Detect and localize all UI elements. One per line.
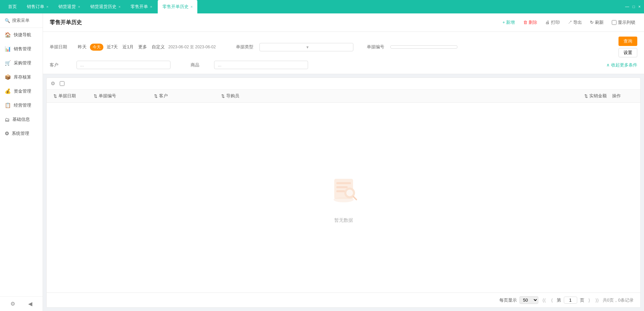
delete-button[interactable]: 🗑 删除	[521, 18, 540, 27]
first-page-button[interactable]: ⟨⟨	[541, 297, 547, 304]
tab-sales-order[interactable]: 销售订单 ×	[22, 0, 53, 13]
filter-row-2: 客户 ... 商品 ... ∧ 收起更多条件	[50, 61, 637, 69]
sidebar-item-business[interactable]: 📋 经营管理	[0, 98, 43, 112]
page-actions: + 新增 🗑 删除 🖨 打印 ↗ 导出 ↻ 刷新 显示列锁	[500, 18, 637, 27]
sort-guide-icon[interactable]: ⇅	[221, 94, 225, 99]
date-range-display: 2023-06-02 至 2023-06-02	[168, 44, 215, 50]
tab-home[interactable]: 首页	[3, 0, 21, 13]
display-cols-button[interactable]: 显示列锁	[610, 18, 637, 27]
sidebar-item-purchase-mgmt-label: 采购管理	[14, 60, 31, 66]
tab-retail-open-history[interactable]: 零售开单历史 ×	[158, 0, 197, 13]
th-op-label: 操作	[612, 93, 621, 99]
sort-date-icon[interactable]: ⇅	[53, 94, 57, 99]
sidebar-item-business-label: 经营管理	[14, 102, 31, 108]
date-opt-7days[interactable]: 近7天	[105, 43, 119, 51]
sidebar-item-inventory[interactable]: 📦 库存核算	[0, 70, 43, 84]
add-button[interactable]: + 新增	[500, 18, 517, 27]
window-restore[interactable]: □	[633, 4, 635, 9]
th-date-label: 单据日期	[58, 93, 76, 99]
th-amount-label: 实销金额	[589, 93, 607, 99]
top-bar: 首页 销售订单 × 销货退货 × 销货退货历史 × 零售开单 × 零售开单历史 …	[0, 0, 644, 13]
sidebar-search[interactable]: 🔍 搜索采单	[0, 13, 43, 28]
table-header: ⇅ 单据日期 ⇅ 单据编号 ⇅ 客户 ⇅ 导购员 ⇅ 实销金额	[47, 90, 640, 103]
query-button[interactable]: 查询	[618, 37, 637, 46]
date-opt-today[interactable]: 今天	[90, 44, 103, 51]
th-date: ⇅ 单据日期	[51, 90, 91, 102]
collapse-label: 收起更多条件	[611, 62, 637, 68]
select-all-checkbox[interactable]	[60, 81, 64, 86]
tab-sales-return[interactable]: 销货退货 ×	[54, 0, 85, 13]
refresh-button[interactable]: ↻ 刷新	[588, 18, 606, 27]
display-cols-checkbox[interactable]	[612, 20, 616, 25]
finance-icon: 💰	[5, 88, 11, 94]
date-label: 单据日期	[50, 44, 70, 50]
th-guide-label: 导购员	[226, 93, 239, 99]
tab-sales-order-close[interactable]: ×	[46, 5, 48, 9]
doc-type-label: 单据类型	[236, 44, 256, 50]
tab-sales-return-history-close[interactable]: ×	[118, 5, 120, 9]
per-page-select[interactable]: 50 10 20 100	[519, 296, 538, 304]
sidebar-item-sales-mgmt[interactable]: 📊 销售管理	[0, 42, 43, 56]
date-opt-1month[interactable]: 近1月	[121, 43, 135, 51]
prev-page-button[interactable]: ⟨	[550, 297, 554, 304]
window-close[interactable]: ×	[638, 4, 641, 9]
settings-icon[interactable]: ⚙	[10, 301, 15, 307]
sidebar-item-purchase-mgmt[interactable]: 🛒 采购管理	[0, 56, 43, 70]
tab-home-label: 首页	[8, 4, 17, 10]
sidebar-item-sys-mgmt-label: 系统管理	[12, 131, 29, 137]
sales-mgmt-icon: 📊	[5, 46, 11, 52]
client-label: 客户	[50, 62, 70, 68]
settings-button[interactable]: 设置	[618, 48, 637, 57]
date-opt-custom[interactable]: 自定义	[150, 43, 166, 51]
goods-input[interactable]: ...	[214, 61, 308, 69]
sort-amount-icon[interactable]: ⇅	[584, 94, 588, 99]
tab-sales-return-close[interactable]: ×	[78, 5, 80, 9]
th-guide: ⇅ 导购员	[218, 90, 259, 102]
tab-retail-open-history-close[interactable]: ×	[191, 5, 193, 9]
next-page-button[interactable]: ⟩	[587, 297, 591, 304]
print-button[interactable]: 🖨 打印	[543, 18, 562, 27]
sort-client-icon[interactable]: ⇅	[154, 94, 158, 99]
goods-label: 商品	[191, 62, 211, 68]
filter-area: 单据日期 昨天 今天 近7天 近1月 更多 自定义 2023-06-02 至 2…	[43, 32, 644, 74]
tab-list: 首页 销售订单 × 销货退货 × 销货退货历史 × 零售开单 × 零售开单历史 …	[3, 0, 625, 13]
sidebar-item-sys-mgmt[interactable]: ⚙ 系统管理	[0, 126, 43, 141]
page-input[interactable]: 1	[564, 297, 577, 304]
th-number: ⇅ 单据编号	[91, 90, 151, 102]
filter-row-1: 单据日期 昨天 今天 近7天 近1月 更多 自定义 2023-06-02 至 2…	[50, 37, 637, 57]
tab-retail-open-close[interactable]: ×	[150, 5, 152, 9]
page-title: 零售开单历史	[50, 19, 82, 26]
collapse-link[interactable]: ∧ 收起更多条件	[606, 62, 637, 68]
doc-num-label: 单据编号	[367, 44, 387, 50]
tab-retail-open-history-label: 零售开单历史	[162, 4, 189, 10]
last-page-button[interactable]: ⟩⟩	[594, 297, 600, 304]
doc-type-select[interactable]: ▾	[259, 43, 353, 51]
svg-point-6	[346, 190, 353, 196]
tab-sales-return-history[interactable]: 销货退货历史 ×	[86, 0, 125, 13]
sidebar-item-quick-nav[interactable]: 🏠 快捷导航	[0, 28, 43, 42]
window-minimize[interactable]: —	[625, 4, 629, 9]
doc-num-input[interactable]	[390, 45, 457, 49]
th-client: ⇅ 客户	[151, 90, 218, 102]
svg-rect-3	[336, 186, 348, 188]
empty-text: 暂无数据	[334, 217, 353, 223]
sidebar-search-label: 搜索采单	[12, 17, 30, 23]
goods-placeholder: ...	[218, 62, 304, 67]
table-settings-icon[interactable]: ⚙	[51, 81, 55, 87]
date-opt-more[interactable]: 更多	[137, 43, 148, 51]
tab-sales-return-history-label: 销货退货历史	[90, 4, 116, 10]
client-input[interactable]: ...	[77, 61, 170, 69]
business-icon: 📋	[5, 102, 11, 108]
sidebar-item-finance[interactable]: 💰 资金管理	[0, 84, 43, 98]
date-opt-yesterday[interactable]: 昨天	[77, 43, 88, 51]
collapse-icon[interactable]: ◀	[28, 301, 32, 307]
sort-num-icon[interactable]: ⇅	[94, 94, 97, 99]
sidebar-item-basic-info[interactable]: 🗂 基础信息	[0, 112, 43, 126]
th-number-label: 单据编号	[99, 93, 116, 99]
export-button[interactable]: ↗ 导出	[566, 18, 584, 27]
basic-info-icon: 🗂	[5, 117, 10, 122]
table-toolbar: ⚙	[47, 78, 640, 90]
sidebar-item-quick-nav-label: 快捷导航	[14, 32, 31, 38]
display-cols-label: 显示列锁	[618, 19, 635, 25]
tab-retail-open[interactable]: 零售开单 ×	[126, 0, 157, 13]
